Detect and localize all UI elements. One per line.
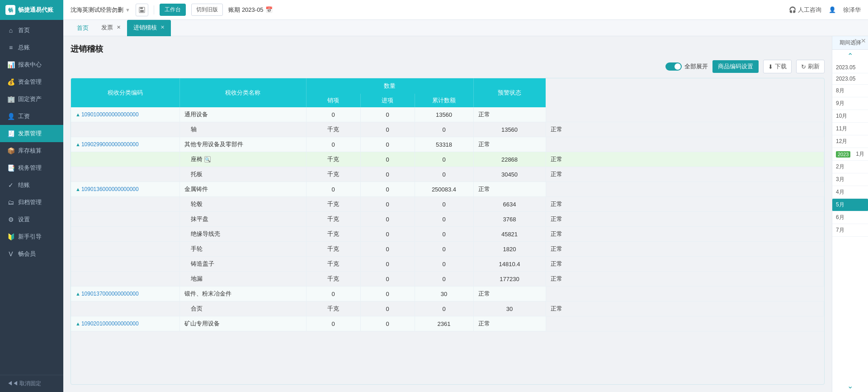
unit-cell: 千克 — [306, 301, 360, 316]
status-cell: 正常 — [546, 227, 824, 242]
period-item[interactable]: 9月 — [832, 97, 868, 110]
table-row[interactable]: ▲1090136000000000000 金属铸件 0 0 250083.4 正… — [71, 182, 824, 197]
table-row[interactable]: 合页 千克 0 0 30 正常 — [71, 301, 824, 316]
sales-cell: 0 — [360, 212, 415, 227]
archive-icon: 🗂 — [7, 199, 14, 206]
sales-cell: 0 — [306, 287, 360, 301]
sidebar-item-settings[interactable]: ⚙ 设置 — [0, 211, 63, 228]
main-area: 沈海英测试经营勿删 ▼ 工作台 切到旧版 账期 2023-05 📅 🎧 人工咨询… — [63, 0, 868, 392]
sidebar-item-member[interactable]: V 畅会员 — [0, 245, 63, 263]
sidebar-item-ledger[interactable]: ≡ 总账 — [0, 39, 63, 56]
calendar-icon[interactable]: 📅 — [265, 6, 273, 13]
period-item[interactable]: 4月 — [832, 186, 868, 199]
item-name: 铸造盖子 — [191, 260, 214, 267]
sidebar-item-salary[interactable]: 👤 工资 — [0, 108, 63, 125]
switch-old-button[interactable]: 切到旧版 — [191, 4, 223, 16]
table-row[interactable]: ▲1090299000000000000 其他专用设备及零部件 0 0 5331… — [71, 137, 824, 152]
sidebar-item-assets[interactable]: 🏢 固定资产 — [0, 91, 63, 108]
period-item[interactable]: 3月 — [832, 173, 868, 186]
sidebar-item-label: 资金管理 — [18, 78, 42, 86]
tab-home[interactable]: 首页 — [71, 20, 95, 36]
sidebar-pin-toggle[interactable]: ◀◀ 取消固定 — [0, 375, 63, 392]
table-row[interactable]: ▲1090201000000000000 矿山专用设备 0 0 2361 正常 — [71, 316, 824, 331]
sales-cell: 0 — [360, 167, 415, 182]
tax-code-cell — [71, 197, 179, 212]
sidebar-item-inventory[interactable]: 📦 库存核算 — [0, 142, 63, 159]
panel-scroll-down[interactable]: ⌄ — [832, 380, 868, 392]
expand-switch[interactable] — [665, 62, 682, 71]
period-item[interactable]: 12月 — [832, 135, 868, 148]
sales-cell: 0 — [360, 227, 415, 242]
tab-reconcile-close[interactable]: ✕ — [160, 24, 165, 30]
period-item[interactable]: 6月 — [832, 211, 868, 224]
member-icon: V — [7, 250, 14, 258]
reconcile-table: 税收分类编码 税收分类名称 数量 预警状态 销项 进项 累计数额 — [71, 78, 824, 331]
purchase-cell: 0 — [415, 152, 473, 167]
table-row[interactable]: ▲1090100000000000000 通用设备 0 0 13560 正常 — [71, 107, 824, 122]
period-item[interactable]: 2023.05 — [832, 62, 868, 73]
workbench-button[interactable]: 工作台 — [160, 4, 186, 16]
download-icon: ⬇ — [768, 63, 773, 70]
search-icon[interactable]: 🔍 — [204, 156, 211, 163]
period-item[interactable]: 10月 — [832, 110, 868, 123]
close-panel-button[interactable]: ✕ — [859, 36, 868, 45]
period-item[interactable]: 2023.05 — [832, 73, 868, 85]
tab-invoice[interactable]: 发票 ✕ — [95, 20, 127, 36]
ai-consult[interactable]: 🎧 人工咨询 — [789, 6, 821, 14]
col-warning: 预警状态 — [473, 78, 546, 107]
status-cell: 正常 — [473, 137, 546, 152]
sidebar-item-invoice[interactable]: 🧾 发票管理 — [0, 125, 63, 142]
tax-code-cell — [71, 212, 179, 227]
unit-cell: 千克 — [306, 272, 360, 287]
purchase-cell: 0 — [360, 107, 415, 122]
unit-cell: 千克 — [306, 122, 360, 137]
table-row[interactable]: 托板 千克 0 0 30450 正常 — [71, 167, 824, 182]
period-item[interactable]: 8月 — [832, 85, 868, 97]
sidebar-item-archive[interactable]: 🗂 归档管理 — [0, 194, 63, 211]
period-label: 8月 — [836, 87, 844, 95]
table-row[interactable]: 抹平盘 千克 0 0 3768 正常 — [71, 212, 824, 227]
period-item[interactable]: 11月 — [832, 123, 868, 135]
table-row[interactable]: 地漏 千克 0 0 177230 正常 — [71, 272, 824, 287]
col-sales: 销项 — [306, 94, 360, 107]
table-row[interactable]: 铸造盖子 千克 0 0 14810.4 正常 — [71, 257, 824, 272]
company-selector[interactable]: 沈海英测试经营勿删 ▼ — [71, 6, 130, 14]
page-content: 进销稽核 全部展开 商品编码设置 ⬇ 下载 ↻ 刷新 — [63, 36, 868, 392]
sidebar-item-report[interactable]: 📊 报表中心 — [0, 56, 63, 73]
table-row[interactable]: 轴 千克 0 0 13560 正常 — [71, 122, 824, 137]
period-label: 11月 — [836, 125, 847, 133]
expand-panel-button[interactable]: ⤢ — [850, 36, 859, 45]
sidebar-item-label: 固定资产 — [18, 95, 42, 103]
sales-cell: 0 — [360, 272, 415, 287]
sidebar-item-guide[interactable]: 🔰 新手引导 — [0, 228, 63, 245]
table-row[interactable]: 绝缘导线壳 千克 0 0 45821 正常 — [71, 227, 824, 242]
purchase-cell: 0 — [415, 122, 473, 137]
product-code-button[interactable]: 商品编码设置 — [712, 60, 759, 73]
refresh-button[interactable]: ↻ 刷新 — [796, 60, 825, 73]
period-item[interactable]: 2月 — [832, 161, 868, 173]
panel-scroll-up[interactable]: ⌃ — [832, 50, 868, 62]
ledger-icon: ≡ — [7, 44, 14, 51]
expand-all-toggle[interactable]: 全部展开 — [665, 62, 708, 71]
purchase-cell: 0 — [415, 272, 473, 287]
sidebar-item-settlement[interactable]: ✓ 结账 — [0, 177, 63, 194]
period-item[interactable]: 7月 — [832, 224, 868, 237]
period-item[interactable]: 20231月 — [832, 148, 868, 161]
company-name: 沈海英测试经营勿删 — [71, 6, 123, 14]
table-row[interactable]: ▲1090137000000000000 锻件、粉末冶金件 0 0 30 正常 — [71, 287, 824, 301]
period-label: 9月 — [836, 100, 844, 107]
table-row[interactable]: 轮毂 千克 0 0 6634 正常 — [71, 197, 824, 212]
col-purchase: 进项 — [360, 94, 415, 107]
table-row[interactable]: 座椅🔍 千克 0 0 22868 正常 — [71, 152, 824, 167]
sidebar-item-home[interactable]: ⌂ 首页 — [0, 22, 63, 39]
sidebar-item-fund[interactable]: 💰 资金管理 — [0, 73, 63, 91]
tax-code-cell — [71, 242, 179, 257]
download-button[interactable]: ⬇ 下载 — [763, 60, 792, 73]
table-row[interactable]: 手轮 千克 0 0 1820 正常 — [71, 242, 824, 257]
tab-reconcile[interactable]: 进销稽核 ✕ — [127, 20, 171, 36]
period-item[interactable]: 5月 — [832, 199, 868, 211]
chevron-down-icon: ▼ — [125, 7, 130, 13]
tab-invoice-close[interactable]: ✕ — [117, 24, 121, 30]
save-button[interactable] — [136, 4, 148, 16]
sidebar-item-tax[interactable]: 📑 税务管理 — [0, 159, 63, 177]
